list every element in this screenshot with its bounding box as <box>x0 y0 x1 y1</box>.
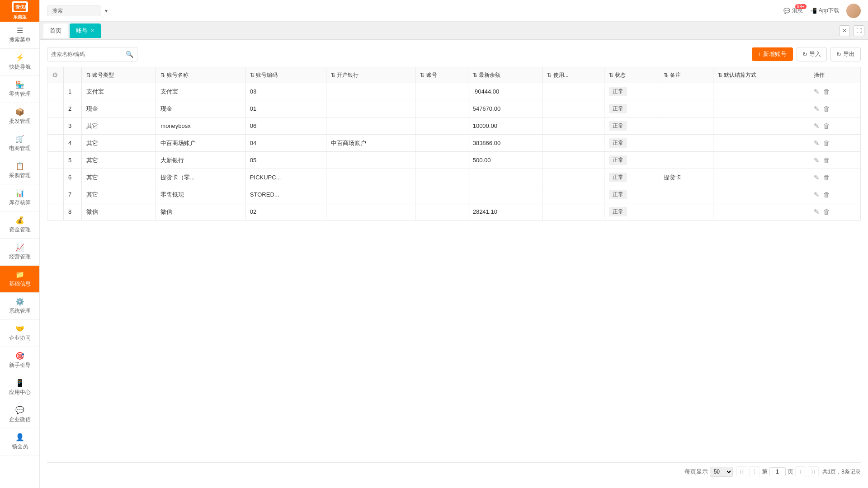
accounts-table: ⚙ ⇅ 账号类型 ⇅ 账号名称 ⇅ 账号编码 ⇅ 开户 <box>47 67 861 221</box>
row-account-no-cell <box>415 186 468 203</box>
col-usage[interactable]: ⇅ 使用... <box>542 67 604 83</box>
edit-icon[interactable]: ✎ <box>814 174 820 182</box>
row-status-cell: 正常 <box>604 152 659 169</box>
top-bar-dropdown[interactable]: ▾ <box>105 8 108 14</box>
search-input[interactable] <box>51 51 123 57</box>
app-download-button[interactable]: 📲 App下载 <box>810 7 839 14</box>
tab-close-btn[interactable]: ✕ <box>839 25 850 36</box>
delete-icon[interactable]: 🗑 <box>823 174 830 181</box>
sidebar-item-new-guide[interactable]: 🎯 新手引导 <box>0 347 39 374</box>
sidebar-item-purchase-mgmt[interactable]: 📋 采购管理 <box>0 157 39 184</box>
delete-icon[interactable]: 🗑 <box>823 139 830 147</box>
sidebar-item-search-order[interactable]: ☰ 搜索菜单 <box>0 22 39 49</box>
app-download-label: App下载 <box>819 7 839 14</box>
delete-icon[interactable]: 🗑 <box>823 156 830 164</box>
col-account-type[interactable]: ⇅ 账号类型 <box>82 67 156 83</box>
tab-close-icon[interactable]: ✕ <box>90 28 94 33</box>
edit-icon[interactable]: ✎ <box>814 208 820 216</box>
user-avatar[interactable] <box>846 4 861 18</box>
edit-icon[interactable]: ✎ <box>814 88 820 96</box>
row-account-name-cell: 现金 <box>156 100 245 117</box>
sidebar-item-quick-nav[interactable]: ⚡ 快捷导航 <box>0 49 39 76</box>
col-bank[interactable]: ⇅ 开户银行 <box>326 67 415 83</box>
prev-page-btn[interactable]: ⟨ <box>749 466 760 477</box>
export-button[interactable]: ↻ 导出 <box>830 47 861 61</box>
delete-icon[interactable]: 🗑 <box>823 88 830 95</box>
message-button[interactable]: 💬 消息 99+ <box>783 7 803 14</box>
sidebar-item-members[interactable]: 👤 畅会员 <box>0 428 39 455</box>
col-settings[interactable]: ⚙ <box>47 67 64 83</box>
add-account-button[interactable]: + 新增账号 <box>752 47 793 61</box>
row-latest-balance-cell: 383866.00 <box>468 135 542 152</box>
sidebar-item-label: 基础信息 <box>9 280 31 288</box>
delete-icon[interactable]: 🗑 <box>823 105 830 113</box>
tab-maximize-btn[interactable]: ⛶ <box>854 25 864 36</box>
settings-icon[interactable]: ⚙ <box>52 71 58 79</box>
col-status[interactable]: ⇅ 状态 <box>604 67 659 83</box>
row-usage-cell <box>542 203 604 221</box>
col-remark[interactable]: ⇅ 备注 <box>659 67 713 83</box>
col-latest-balance[interactable]: ⇅ 最新余额 <box>468 67 542 83</box>
bell-icon: 💬 <box>783 8 790 14</box>
sidebar-item-system-mgmt[interactable]: ⚙️ 系统管理 <box>0 293 39 320</box>
status-badge: 正常 <box>609 173 627 182</box>
row-status-cell: 正常 <box>604 169 659 186</box>
row-default-settlement-cell <box>713 135 809 152</box>
search-box[interactable]: 🔍 <box>47 47 137 61</box>
row-status-cell: 正常 <box>604 203 659 221</box>
row-account-no-cell <box>415 83 468 100</box>
edit-icon[interactable]: ✎ <box>814 105 820 113</box>
sidebar-item-app-center[interactable]: 📱 应用中心 <box>0 374 39 401</box>
last-page-btn[interactable]: ⟩⟩ <box>808 466 819 477</box>
per-page-dropdown[interactable]: 50 10 20 100 <box>710 467 733 477</box>
action-icons: ✎ 🗑 <box>814 122 856 130</box>
first-page-btn[interactable]: ⟨⟨ <box>736 466 747 477</box>
col-account-code[interactable]: ⇅ 账号编码 <box>245 67 326 83</box>
tab-bar: 首页 账号 ✕ ✕ ⛶ <box>40 22 868 40</box>
row-settings-cell <box>47 186 64 203</box>
col-account-name[interactable]: ⇅ 账号名称 <box>156 67 245 83</box>
row-account-name-cell: 大新银行 <box>156 152 245 169</box>
mobile-icon: 📱 <box>15 379 24 387</box>
col-account-no[interactable]: ⇅ 账号 <box>415 67 468 83</box>
sidebar-item-label: 零售管理 <box>9 90 31 98</box>
row-remark-cell <box>659 83 713 100</box>
col-default-settlement[interactable]: ⇅ 默认结算方式 <box>713 67 809 83</box>
delete-icon[interactable]: 🗑 <box>823 208 830 216</box>
row-default-settlement-cell <box>713 152 809 169</box>
sidebar-item-label: 快捷导航 <box>9 63 31 71</box>
money-icon: 💰 <box>15 216 24 225</box>
sidebar-item-enterprise-agreement[interactable]: 🤝 企业协同 <box>0 320 39 347</box>
import-button[interactable]: ↻ 导入 <box>797 47 827 61</box>
row-account-name-cell: 支付宝 <box>156 83 245 100</box>
edit-icon[interactable]: ✎ <box>814 191 820 199</box>
sidebar-item-enterprise-wechat[interactable]: 💬 企业微信 <box>0 401 39 428</box>
sidebar-item-wholesale-mgmt[interactable]: 📦 批发管理 <box>0 103 39 130</box>
import-label: 导入 <box>809 50 821 58</box>
tab-accounts[interactable]: 账号 ✕ <box>70 23 101 38</box>
table-row: 5 其它 大新银行 05 500.00 正常 ✎ 🗑 <box>47 152 861 169</box>
row-account-no-cell <box>415 169 468 186</box>
sidebar-item-finance-mgmt[interactable]: 💰 资金管理 <box>0 211 39 239</box>
sidebar-item-basic-info[interactable]: 📁 基础信息 <box>0 266 39 293</box>
row-settings-cell <box>47 135 64 152</box>
row-no-cell: 1 <box>64 83 82 100</box>
page-input[interactable] <box>769 467 786 476</box>
delete-icon[interactable]: 🗑 <box>823 191 830 198</box>
sidebar-item-inventory[interactable]: 📊 库存核算 <box>0 184 39 211</box>
sidebar-item-label: 批发管理 <box>9 117 31 125</box>
edit-icon[interactable]: ✎ <box>814 156 820 164</box>
col-account-code-sort: ⇅ <box>250 72 255 78</box>
top-search-input[interactable] <box>47 5 101 16</box>
sidebar: 管优惠 乐惠版 ☰ 搜索菜单 ⚡ 快捷导航 🏪 零售管理 📦 批发管理 🛒 电商… <box>0 0 40 488</box>
sidebar-item-operations-mgmt[interactable]: 📈 经营管理 <box>0 239 39 266</box>
edit-icon[interactable]: ✎ <box>814 122 820 130</box>
row-account-code-cell: 03 <box>245 83 326 100</box>
delete-icon[interactable]: 🗑 <box>823 122 830 130</box>
sidebar-item-retail-mgmt[interactable]: 🏪 零售管理 <box>0 76 39 103</box>
tab-home[interactable]: 首页 <box>43 23 68 38</box>
edit-icon[interactable]: ✎ <box>814 139 820 147</box>
next-page-btn[interactable]: ⟩ <box>795 466 806 477</box>
sidebar-item-ecommerce-mgmt[interactable]: 🛒 电商管理 <box>0 130 39 157</box>
user-icon: 👤 <box>15 433 24 441</box>
